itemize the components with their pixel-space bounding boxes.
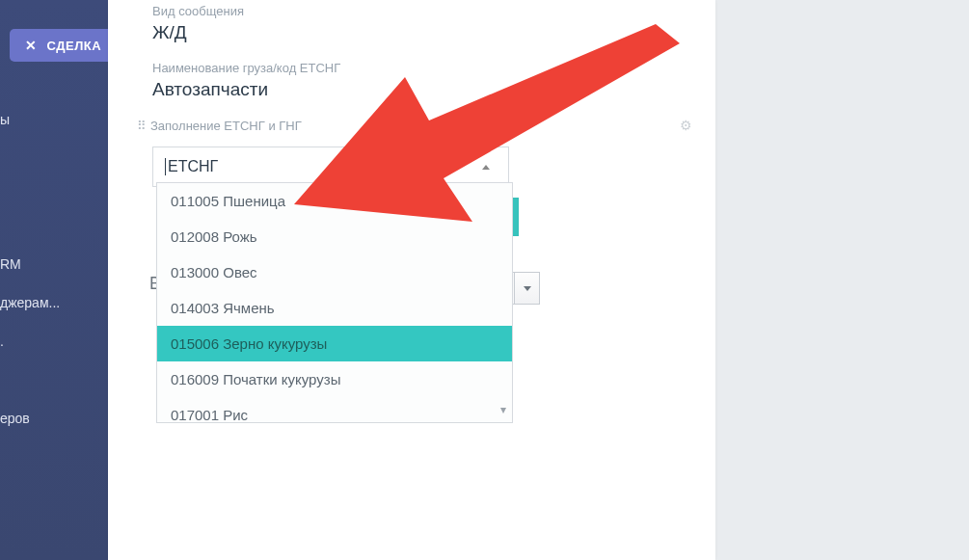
- cargo-value: Автозапчасти: [152, 79, 692, 100]
- sidebar-item[interactable]: джерам...: [0, 283, 108, 322]
- section-label: Заполнение ЕТСНГ и ГНГ: [150, 119, 302, 133]
- cargo-label: Наименование груза/код ЕТСНГ: [152, 61, 692, 75]
- section-header: ⠿ Заполнение ЕТСНГ и ГНГ ⚙: [137, 118, 692, 133]
- close-icon: ✕: [25, 38, 38, 53]
- dropdown-option[interactable]: 016009 Початки кукурузы: [157, 361, 512, 397]
- dropdown-option[interactable]: 014003 Ячмень: [157, 290, 512, 326]
- sidebar-item[interactable]: еров: [0, 399, 108, 438]
- dropdown-option[interactable]: 013000 Овес: [157, 254, 512, 290]
- chevron-down-icon[interactable]: [514, 273, 539, 304]
- etsng-combobox[interactable]: ЕТСНГ: [152, 147, 509, 187]
- msg-type-value: Ж/Д: [152, 22, 692, 43]
- caret-up-icon[interactable]: [475, 156, 497, 177]
- dropdown-option[interactable]: 015006 Зерно кукурузы: [157, 326, 512, 361]
- deal-button[interactable]: ✕ СДЕЛКА: [10, 29, 117, 62]
- dropdown-option[interactable]: 011005 Пшеница: [157, 183, 512, 219]
- chevron-down-icon[interactable]: ▾: [500, 403, 506, 416]
- drag-handle-icon[interactable]: ⠿: [137, 119, 145, 133]
- etsng-input-text: ЕТСНГ: [165, 158, 218, 175]
- sidebar-item[interactable]: ы: [0, 100, 108, 139]
- etsng-dropdown: 011005 Пшеница012008 Рожь013000 Овес0140…: [156, 182, 513, 423]
- dropdown-option[interactable]: 012008 Рожь: [157, 219, 512, 254]
- msg-type-label: Вид сообщения: [152, 4, 692, 18]
- dropdown-option[interactable]: 017001 Рис: [157, 397, 512, 423]
- gear-icon[interactable]: ⚙: [680, 118, 692, 133]
- sidebar-item[interactable]: RM: [0, 245, 108, 283]
- deal-button-label: СДЕЛКА: [47, 39, 102, 53]
- sidebar-item[interactable]: .: [0, 322, 108, 360]
- sidebar: ✕ СДЕЛКА ы RM джерам... . еров: [0, 0, 108, 560]
